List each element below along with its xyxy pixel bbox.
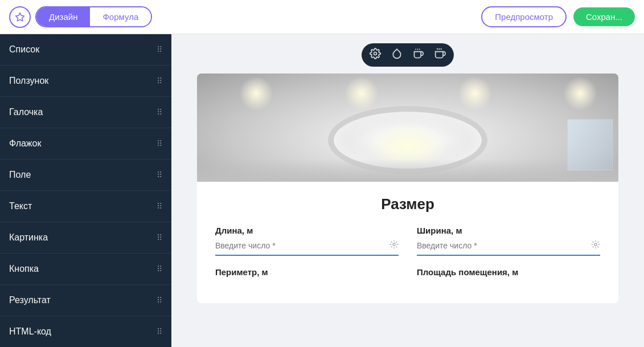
input-icon-length bbox=[389, 240, 399, 251]
label-width: Ширина, м bbox=[417, 226, 600, 235]
sidebar-item-checkbox[interactable]: Галочка ⠿ bbox=[0, 97, 171, 128]
field-area: Площадь помещения, м bbox=[417, 267, 600, 280]
sidebar-item-text[interactable]: Текст ⠿ bbox=[0, 191, 171, 222]
drag-handle-image[interactable]: ⠿ bbox=[157, 233, 162, 242]
sidebar-item-slider[interactable]: Ползунок ⠿ bbox=[0, 66, 171, 97]
drag-handle-text[interactable]: ⠿ bbox=[157, 202, 162, 211]
light-3 bbox=[458, 76, 492, 111]
main-layout: Список ⠿ Ползунок ⠿ Галочка ⠿ Флажок ⠿ П… bbox=[0, 34, 644, 347]
sidebar-item-flag[interactable]: Флажок ⠿ bbox=[0, 128, 171, 160]
label-length: Длина, м bbox=[215, 226, 399, 235]
drag-handle-field[interactable]: ⠿ bbox=[157, 170, 162, 179]
content-area: Размер Длина, м bbox=[171, 34, 644, 347]
sidebar-item-result[interactable]: Результат ⠿ bbox=[0, 285, 171, 316]
sidebar-item-button[interactable]: Кнопка ⠿ bbox=[0, 254, 171, 285]
preview-button[interactable]: Предпросмотр bbox=[481, 6, 567, 27]
window-reflection bbox=[567, 119, 613, 170]
svg-point-0 bbox=[374, 52, 377, 55]
tab-design[interactable]: Дизайн bbox=[36, 7, 90, 26]
field-width: Ширина, м bbox=[417, 226, 600, 256]
cup-icon[interactable] bbox=[413, 48, 424, 62]
light-2 bbox=[344, 76, 379, 111]
toolbar-icons bbox=[362, 43, 454, 67]
drag-handle-result[interactable]: ⠿ bbox=[157, 296, 162, 305]
form-row-1: Длина, м Ширина, м bbox=[215, 226, 600, 256]
tab-group: Дизайн Формула bbox=[35, 6, 152, 27]
light-1 bbox=[239, 76, 273, 111]
drag-handle-html[interactable]: ⠿ bbox=[157, 327, 162, 336]
svg-point-8 bbox=[594, 243, 597, 246]
label-area: Площадь помещения, м bbox=[417, 267, 600, 277]
sidebar: Список ⠿ Ползунок ⠿ Галочка ⠿ Флажок ⠿ П… bbox=[0, 34, 171, 347]
input-wrapper-width bbox=[417, 239, 600, 256]
input-length[interactable] bbox=[215, 239, 389, 252]
save-button[interactable]: Сохран... bbox=[573, 7, 635, 26]
field-perimeter: Периметр, м bbox=[215, 267, 399, 280]
form-section: Размер Длина, м bbox=[197, 182, 618, 303]
tab-formula[interactable]: Формула bbox=[90, 7, 151, 26]
sidebar-item-list[interactable]: Список ⠿ bbox=[0, 34, 171, 66]
drag-handle-list[interactable]: ⠿ bbox=[157, 45, 162, 54]
input-icon-width bbox=[591, 240, 600, 251]
drag-handle-flag[interactable]: ⠿ bbox=[157, 139, 162, 148]
input-width[interactable] bbox=[417, 239, 591, 252]
header: Дизайн Формула Предпросмотр Сохран... bbox=[0, 0, 644, 34]
wall-bottom bbox=[197, 159, 618, 182]
coffee-icon[interactable] bbox=[434, 48, 446, 62]
field-length: Длина, м bbox=[215, 226, 399, 256]
gear-icon[interactable] bbox=[370, 48, 381, 62]
drop-icon[interactable] bbox=[391, 48, 403, 62]
preview-card: Размер Длина, м bbox=[197, 74, 618, 303]
form-row-2: Периметр, м Площадь помещения, м bbox=[215, 267, 600, 280]
sidebar-item-field[interactable]: Поле ⠿ bbox=[0, 160, 171, 191]
input-wrapper-length bbox=[215, 239, 399, 256]
light-4 bbox=[563, 76, 597, 111]
section-title: Размер bbox=[215, 195, 600, 213]
label-perimeter: Периметр, м bbox=[215, 267, 399, 277]
sidebar-item-html[interactable]: HTML-код ⠿ bbox=[0, 316, 171, 347]
drag-handle-slider[interactable]: ⠿ bbox=[157, 76, 162, 85]
preview-image-inner bbox=[197, 74, 618, 182]
header-right: Предпросмотр Сохран... bbox=[481, 6, 635, 27]
header-left: Дизайн Формула bbox=[9, 6, 152, 28]
settings-circle-icon[interactable] bbox=[9, 6, 31, 28]
preview-image bbox=[197, 74, 618, 182]
drag-handle-button[interactable]: ⠿ bbox=[157, 264, 162, 273]
svg-point-7 bbox=[393, 243, 395, 246]
sidebar-item-image[interactable]: Картинка ⠿ bbox=[0, 222, 171, 254]
drag-handle-checkbox[interactable]: ⠿ bbox=[157, 108, 162, 117]
